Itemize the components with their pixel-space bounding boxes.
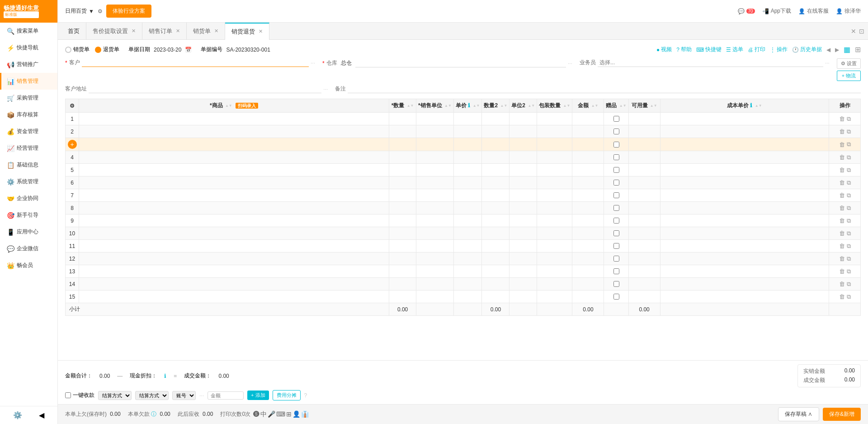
message-btn[interactable]: 💬 70 xyxy=(738,8,755,14)
delete-row-icon[interactable]: 🗑 xyxy=(839,255,845,262)
gift-checkbox[interactable] xyxy=(613,281,619,287)
delete-row-icon[interactable]: 🗑 xyxy=(839,115,845,122)
delete-row-icon[interactable]: 🗑 xyxy=(839,268,845,275)
copy-row-icon[interactable]: ⧉ xyxy=(847,217,851,224)
customer-select-btn[interactable]: ··· xyxy=(311,60,315,66)
available-cell[interactable] xyxy=(628,113,660,125)
staff-input[interactable] xyxy=(598,58,823,67)
gift-checkbox[interactable] xyxy=(613,129,619,134)
product-cell[interactable] xyxy=(79,125,389,138)
gift-checkbox[interactable] xyxy=(613,192,619,198)
th-pack-qty-sort[interactable]: ▲▼ xyxy=(563,104,571,108)
sidebar-item-basic[interactable]: 📋 基础信息 xyxy=(0,157,57,173)
th-settings[interactable]: ⚙ xyxy=(66,99,79,113)
app-download-btn[interactable]: 📲 App下载 xyxy=(762,7,791,15)
settings-footer-icon[interactable]: ⚙️ xyxy=(13,411,22,419)
add-payment-btn[interactable]: + 添加 xyxy=(247,391,269,400)
tab-sales-close[interactable]: ✕ xyxy=(214,28,218,34)
product-input[interactable] xyxy=(81,116,387,122)
list-view-icon[interactable]: ▦ xyxy=(844,45,850,54)
fee-split-btn[interactable]: 费用分摊 xyxy=(273,390,301,400)
gift-checkbox[interactable] xyxy=(613,116,619,122)
print-btn[interactable]: 🖨打印 xyxy=(748,46,765,53)
unit2-cell[interactable] xyxy=(509,113,537,125)
th-cost-price-sort[interactable]: ▲▼ xyxy=(755,104,762,108)
sidebar-item-marketing[interactable]: 📢 营销推广 xyxy=(0,56,57,73)
delete-row-icon[interactable]: 🗑 xyxy=(839,128,845,135)
available-cell[interactable] xyxy=(628,125,660,138)
payment-method-select[interactable]: 结算方式 xyxy=(98,391,132,400)
tab-sales[interactable]: 销货单 ✕ xyxy=(187,23,225,40)
taskbar-icon-6[interactable]: 👤 xyxy=(292,410,300,419)
sidebar-item-wechat[interactable]: 💬 企业微信 xyxy=(0,240,57,257)
copy-row-icon[interactable]: ⧉ xyxy=(847,179,851,186)
add-row-button[interactable]: + xyxy=(68,140,77,149)
amount-cell-active[interactable] xyxy=(572,138,604,151)
experience-btn[interactable]: 体验行业方案 xyxy=(106,5,151,18)
th-available-sort[interactable]: ▲▼ xyxy=(650,104,657,108)
copy-row-icon[interactable]: ⧉ xyxy=(847,255,851,262)
daily-goods-selector[interactable]: 日用百货 ▼ xyxy=(65,7,94,15)
quantity-cell-active[interactable] xyxy=(389,138,416,151)
customer-input[interactable] xyxy=(82,58,309,67)
product-input-active[interactable] xyxy=(81,141,387,148)
tab-sales-order-close[interactable]: ✕ xyxy=(176,28,180,34)
copy-row-icon[interactable]: ⧉ xyxy=(847,167,851,174)
delete-row-icon[interactable]: 🗑 xyxy=(839,141,845,148)
tab-sales-order[interactable]: 销售订单 ✕ xyxy=(142,23,187,40)
delete-row-icon[interactable]: 🗑 xyxy=(839,281,845,287)
amount-cell[interactable] xyxy=(572,113,604,125)
cost-price-cell[interactable] xyxy=(660,125,829,138)
taskbar-icon-4[interactable]: ⌨ xyxy=(276,410,285,419)
copy-row-icon[interactable]: ⧉ xyxy=(847,141,851,148)
sidebar-item-operations[interactable]: 📈 经营管理 xyxy=(0,140,57,157)
tab-price-setting[interactable]: 售价提取设置 ✕ xyxy=(86,23,142,40)
delete-row-icon[interactable]: 🗑 xyxy=(839,293,845,300)
logistics-btn[interactable]: + 物流 xyxy=(837,71,861,81)
close-window-icon[interactable]: ✕ xyxy=(851,28,856,35)
sidebar-item-inventory[interactable]: 📦 库存核算 xyxy=(0,106,57,123)
gift-cell[interactable] xyxy=(604,125,628,138)
user-profile-btn[interactable]: 👤 徐泽华 xyxy=(836,7,861,15)
gift-checkbox-active[interactable] xyxy=(613,142,619,148)
gift-cell-active[interactable] xyxy=(604,138,628,151)
warehouse-input[interactable] xyxy=(355,59,566,67)
sidebar-item-system[interactable]: ⚙️ 系统管理 xyxy=(0,173,57,190)
settings-btn[interactable]: ⚙ 设置 xyxy=(837,58,861,69)
history-btn[interactable]: 🕐历史单据 xyxy=(792,46,822,53)
pack-qty-cell-active[interactable] xyxy=(537,138,572,151)
taskbar-icon-7[interactable]: 👔 xyxy=(301,410,309,419)
available-cell-active[interactable] xyxy=(628,138,660,151)
price-cell-active[interactable] xyxy=(453,138,482,151)
copy-row-icon[interactable]: ⧉ xyxy=(847,128,851,135)
calendar-icon[interactable]: 📅 xyxy=(185,47,192,53)
account-select[interactable]: 账号 xyxy=(172,391,196,400)
delete-row-icon[interactable]: 🗑 xyxy=(839,154,845,161)
th-gift-sort[interactable]: ▲▼ xyxy=(619,104,627,108)
remark-input[interactable] xyxy=(348,85,861,93)
sidebar-item-search[interactable]: 🔍 搜索菜单 xyxy=(0,23,57,39)
qty2-cell[interactable] xyxy=(482,125,509,138)
video-btn[interactable]: ●视频 xyxy=(656,46,672,53)
delete-row-icon[interactable]: 🗑 xyxy=(839,205,845,211)
copy-row-icon[interactable]: ⧉ xyxy=(847,243,851,250)
address-input[interactable] xyxy=(89,85,321,93)
gift-checkbox[interactable] xyxy=(613,167,619,173)
unit-cell[interactable] xyxy=(416,113,454,125)
product-cell[interactable] xyxy=(79,113,389,125)
gift-cell[interactable] xyxy=(604,113,628,125)
delete-row-icon[interactable]: 🗑 xyxy=(839,167,845,173)
amount-cell[interactable] xyxy=(572,125,604,138)
th-amount-sort[interactable]: ▲▼ xyxy=(591,104,599,108)
gift-checkbox[interactable] xyxy=(613,256,619,262)
sidebar-item-member[interactable]: 👑 畅会员 xyxy=(0,257,57,274)
scan-btn[interactable]: 扫码录入 xyxy=(236,103,258,109)
sidebar-item-enterprise[interactable]: 🤝 企业协同 xyxy=(0,190,57,207)
tab-sales-return-close[interactable]: ✕ xyxy=(259,29,263,34)
select-btn[interactable]: ☰选单 xyxy=(726,46,743,53)
gift-checkbox[interactable] xyxy=(613,268,619,274)
gift-checkbox[interactable] xyxy=(613,218,619,224)
tab-home[interactable]: 首页 xyxy=(61,23,86,40)
qty2-cell-active[interactable] xyxy=(482,138,509,151)
cost-price-cell[interactable] xyxy=(660,113,829,125)
